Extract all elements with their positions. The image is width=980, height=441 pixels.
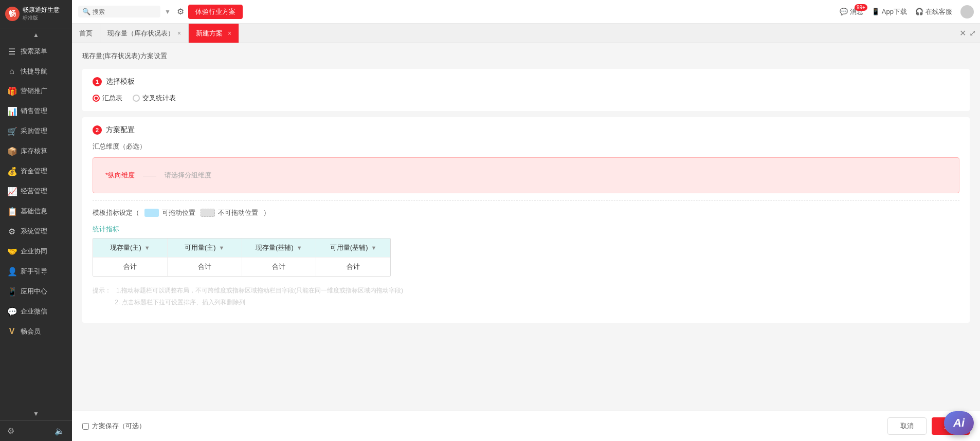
stats-header-col2[interactable]: 可用量(主) ▼ (168, 238, 242, 257)
col1-chevron-icon[interactable]: ▼ (144, 245, 150, 251)
sidebar-item-marketing[interactable]: 🎁 营销推广 (0, 81, 72, 101)
topbar-search-box[interactable]: 🔍 (78, 6, 160, 17)
enterprise-icon: 🤝 (7, 247, 16, 256)
step1-header: 1 选择模板 (93, 77, 959, 86)
app-download-label: App下载 (882, 7, 907, 16)
save-option-label: 方案保存（可选） (92, 421, 146, 431)
sidebar-item-newbie[interactable]: 👤 新手引导 (0, 262, 72, 282)
sidebar-item-app-center[interactable]: 📱 应用中心 (0, 282, 72, 302)
page-title: 现存量(库存状况表)方案设置 (82, 51, 970, 61)
purchase-icon: 🛒 (7, 126, 16, 136)
sidebar-item-basic-info[interactable]: 📋 基础信息 (0, 201, 72, 222)
logo-subtitle: 标准版 (23, 14, 60, 22)
stats-body-col3: 合计 (242, 258, 317, 276)
tips-title: 提示： (93, 287, 111, 294)
sales-icon: 📊 (7, 106, 16, 116)
stats-header-col1[interactable]: 现存量(主) ▼ (93, 238, 168, 257)
app-download-btn[interactable]: 📱 App下载 (872, 7, 907, 16)
stats-header-col1-label: 现存量(主) (110, 243, 141, 252)
divider-1 (93, 200, 959, 201)
col2-chevron-icon[interactable]: ▼ (219, 245, 225, 251)
sidebar-item-wechat[interactable]: 💬 企业微信 (0, 302, 72, 322)
sidebar-item-quick-nav[interactable]: ⌂ 快捷导航 (0, 62, 72, 81)
dim-hint: 请选择分组维度 (165, 171, 211, 180)
trial-btn[interactable]: 体验行业方案 (188, 5, 243, 19)
sidebar-item-sales[interactable]: 📊 销售管理 (0, 101, 72, 121)
scroll-up-arrow[interactable]: ▲ (33, 30, 39, 40)
draggable-legend-box (144, 209, 159, 217)
cancel-button[interactable]: 取消 (887, 417, 927, 435)
sidebar-item-label: 企业微信 (21, 307, 47, 316)
user-avatar-btn[interactable] (960, 5, 974, 19)
tab-actions: ✕ ⤢ (955, 28, 980, 38)
sidebar-item-finance[interactable]: 💰 资金管理 (0, 161, 72, 181)
tab-inventory-status[interactable]: 现存量（库存状况表） × (100, 24, 189, 43)
stats-body-col4: 合计 (316, 258, 390, 276)
tabbar: 首页 现存量（库存状况表） × 新建方案 × ✕ ⤢ (72, 24, 980, 43)
step2-title: 方案配置 (106, 125, 135, 135)
sidebar-item-search-menu[interactable]: ☰ 搜索菜单 (0, 42, 72, 62)
topbar-gear-icon[interactable]: ⚙ (177, 7, 184, 16)
col3-chevron-icon[interactable]: ▼ (297, 245, 302, 251)
sidebar-scroll-up[interactable]: ▲ (0, 28, 72, 42)
search-chevron-icon[interactable]: ▼ (165, 8, 171, 15)
step2-header: 2 方案配置 (93, 125, 959, 135)
radio-cross-dot (133, 95, 140, 102)
sidebar-item-purchase[interactable]: 🛒 采购管理 (0, 121, 72, 141)
tab-close-window-icon[interactable]: ✕ (959, 28, 966, 38)
ai-bubble[interactable]: Ai (944, 411, 974, 435)
sidebar-item-operation[interactable]: 📈 经营管理 (0, 181, 72, 201)
stats-header-col3[interactable]: 现存量(基辅) ▼ (242, 238, 317, 257)
sidebar-item-label: 营销推广 (21, 86, 47, 96)
sidebar-item-member[interactable]: V 畅会员 (0, 322, 72, 341)
dimension-box[interactable]: *纵向维度 —— 请选择分组维度 (93, 157, 959, 193)
sidebar-item-system[interactable]: ⚙ 系统管理 (0, 222, 72, 242)
scroll-down-arrow[interactable]: ▼ (33, 409, 39, 418)
system-icon: ⚙ (7, 227, 16, 236)
radio-cross-label: 交叉统计表 (142, 94, 176, 103)
sidebar-item-label: 销售管理 (21, 106, 47, 116)
service-label: 在线客服 (925, 7, 952, 16)
radio-cross[interactable]: 交叉统计表 (133, 94, 176, 103)
sidebar-item-label: 资金管理 (21, 167, 47, 176)
dimension-label: 汇总维度（必选） (93, 142, 959, 151)
indicator-close-paren: ） (263, 208, 270, 217)
sidebar-scroll-down[interactable]: ▼ (0, 407, 72, 420)
stats-header-col4[interactable]: 可用量(基辅) ▼ (316, 238, 390, 257)
audio-icon[interactable]: 🔈 (55, 426, 65, 436)
tab-new-plan[interactable]: 新建方案 × (189, 24, 239, 43)
message-icon: 💬 (840, 8, 848, 15)
sidebar-item-enterprise[interactable]: 🤝 企业协同 (0, 242, 72, 262)
search-input[interactable] (93, 8, 144, 15)
tab-home[interactable]: 首页 (72, 24, 100, 43)
sidebar-footer: ⚙ 🔈 (0, 420, 72, 441)
fixed-legend: 不可拖动位置 (201, 208, 258, 217)
stats-header-col4-label: 可用量(基辅) (330, 243, 368, 252)
user-avatar (960, 5, 974, 19)
tab-expand-icon[interactable]: ⤢ (969, 28, 976, 38)
online-service-btn[interactable]: 🎧 在线客服 (915, 7, 952, 16)
radio-summary[interactable]: 汇总表 (93, 94, 122, 103)
stats-body-row: 合计 合计 合计 合计 (93, 257, 390, 276)
stats-title: 统计指标 (93, 225, 959, 234)
template-radio-group: 汇总表 交叉统计表 (93, 94, 959, 103)
sidebar-item-inventory[interactable]: 📦 库存核算 (0, 141, 72, 161)
sidebar: 畅 畅康通好生意 标准版 ▲ ☰ 搜索菜单 ⌂ 快捷导航 🎁 营销推广 📊 销售… (0, 0, 72, 441)
save-option[interactable]: 方案保存（可选） (82, 421, 146, 431)
app-download-icon: 📱 (872, 8, 880, 15)
sidebar-item-label: 采购管理 (21, 126, 47, 136)
tab-new-plan-close-icon[interactable]: × (228, 30, 231, 37)
fixed-legend-label: 不可拖动位置 (218, 208, 258, 217)
messages-btn[interactable]: 💬 消息 99+ (840, 7, 863, 16)
dim-required-star: *纵向维度 (105, 171, 135, 180)
fixed-legend-box (201, 209, 215, 217)
stats-table: 现存量(主) ▼ 可用量(主) ▼ 现存量(基辅) ▼ (93, 238, 391, 277)
sidebar-item-label: 应用中心 (21, 287, 47, 296)
settings-icon[interactable]: ⚙ (7, 426, 14, 436)
tab-inventory-close-icon[interactable]: × (177, 30, 181, 37)
save-checkbox[interactable] (82, 423, 89, 430)
tip2-text: 2. 点击标题栏下拉可设置排序、插入列和删除列 (115, 299, 245, 306)
step2-section: 2 方案配置 汇总维度（必选） *纵向维度 —— 请选择分组维度 模板指标设定（… (82, 117, 970, 323)
content-area: 现存量(库存状况表)方案设置 1 选择模板 汇总表 交叉统计表 (72, 43, 980, 411)
col4-chevron-icon[interactable]: ▼ (371, 245, 377, 251)
